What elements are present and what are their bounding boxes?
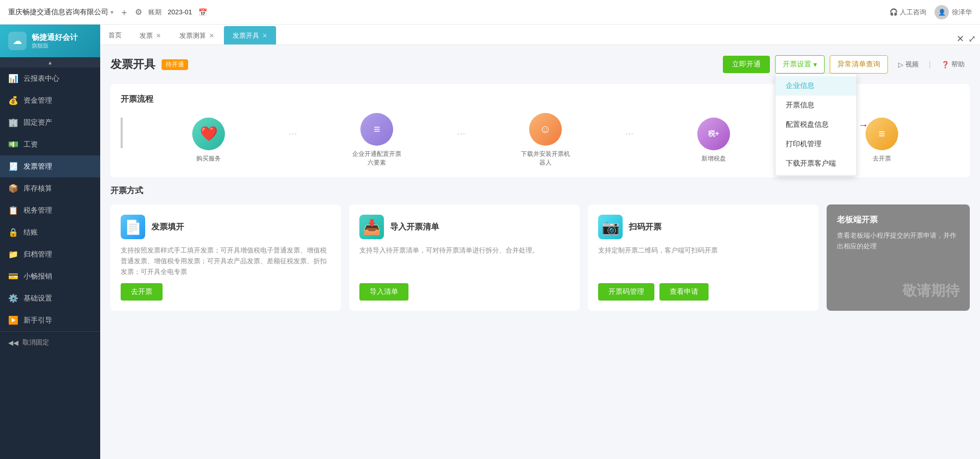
sidebar-item-label: 工资 (24, 140, 38, 149)
dropdown-item-company-info[interactable]: 企业信息 → (776, 76, 856, 96)
buy-service-icon: ❤️ (192, 118, 225, 150)
sidebar-item-label: 固定资产 (24, 118, 52, 127)
sidebar-item-inventory[interactable]: 📦 库存核算 (0, 177, 100, 199)
sidebar-item-tax[interactable]: 📋 税务管理 (0, 199, 100, 221)
tab-close-icon[interactable]: ✕ (209, 32, 214, 39)
sidebar-item-label: 云报表中心 (24, 74, 59, 83)
settings-icon[interactable]: ⚙ (135, 7, 142, 17)
method-card-fill-invoice: 📄 发票填开 支持按照发票样式手工填开发票；可开具增值税电子普通发票、增值税普通… (110, 204, 341, 311)
help-icon: ❓ (941, 61, 949, 68)
sidebar-item-label: 新手引导 (24, 316, 52, 325)
go-invoice-icon: ≡ (865, 118, 898, 150)
consult-button[interactable]: 🎧 人工咨询 (890, 8, 926, 17)
username: 徐泽华 (952, 8, 972, 17)
view-application-button[interactable]: 查看申请 (659, 283, 709, 301)
import-list-button[interactable]: 导入清单 (359, 283, 408, 301)
flow-step-config-enterprise[interactable]: ≡ 企业开通配置开票六要素 (299, 113, 454, 167)
method-card-import-list: 📥 导入开票清单 支持导入待开票清单，可对待开票清单进行拆分、合并处理。 导入清… (349, 204, 580, 311)
sidebar-item-label: 小畅报销 (24, 272, 52, 281)
flow-step-buy-service[interactable]: ❤️ 购买服务 (131, 118, 286, 163)
red-arrow-icon: → (858, 119, 869, 131)
abnormal-list-button[interactable]: 异常清单查询 (830, 55, 888, 74)
xiaochang-icon: 💳 (8, 271, 18, 281)
sidebar-item-label: 基础设置 (24, 294, 52, 303)
tab-invoice-open[interactable]: 发票开具 ✕ (224, 26, 276, 44)
sidebar-item-label: 归档管理 (24, 250, 52, 259)
headphone-icon: 🎧 (890, 8, 898, 16)
user-info[interactable]: 👤 徐泽华 (935, 5, 972, 19)
sidebar-item-label: 库存核算 (24, 184, 52, 193)
company-name[interactable]: 重庆畅捷交通信息咨询有限公司 ▾ (8, 8, 113, 17)
logo-area: ☁ 畅捷通好会计 旗舰版 (0, 25, 100, 57)
tab-bar-right: ✕ ⤢ (956, 33, 980, 44)
invoice-code-manage-button[interactable]: 开票码管理 (598, 283, 654, 301)
sidebar-item-new-guide[interactable]: ▶️ 新手引导 (0, 309, 100, 331)
sidebar-item-xiaochang[interactable]: 💳 小畅报销 (0, 265, 100, 287)
flow-step-add-taxdisk[interactable]: 税+ 新增税盘 (635, 118, 791, 163)
sidebar-item-fund[interactable]: 💰 资金管理 (0, 89, 100, 111)
import-list-title: 导入开票清单 (390, 222, 439, 233)
method-cards: 📄 发票填开 支持按照发票样式手工填开发票；可开具增值税电子普通发票、增值税普通… (110, 204, 970, 311)
avatar: 👤 (935, 5, 949, 19)
tab-label: 发票测算 (179, 31, 206, 40)
tab-invoice[interactable]: 发票 ✕ (131, 26, 170, 44)
logo-sub: 旗舰版 (32, 42, 78, 50)
logo-text-area: 畅捷通好会计 旗舰版 (32, 33, 78, 50)
content-area: 首页 发票 ✕ 发票测算 ✕ 发票开具 ✕ ✕ ⤢ 发票开具 (100, 25, 980, 459)
flow-connector-3: ··· (623, 127, 636, 139)
new-guide-icon: ▶️ (8, 315, 18, 325)
maximize-button[interactable]: ⤢ (968, 33, 976, 44)
tab-close-icon[interactable]: ✕ (262, 32, 267, 39)
sidebar-item-cloud-report[interactable]: 📊 云报表中心 (0, 67, 100, 89)
fund-icon: 💰 (8, 96, 18, 105)
cancel-fixed-icon: ◀◀ (8, 339, 18, 347)
scan-invoice-desc: 支持定制开票二维码，客户端可扫码开票 (598, 245, 808, 277)
tab-invoice-calc[interactable]: 发票测算 ✕ (171, 26, 223, 44)
calendar-icon[interactable]: 📅 (198, 8, 207, 16)
sidebar-item-salary[interactable]: 💵 工资 (0, 133, 100, 155)
dropdown-item-printer[interactable]: 打印机管理 (776, 134, 856, 154)
sidebar-item-fixed-assets[interactable]: 🏢 固定资产 (0, 111, 100, 133)
video-button[interactable]: ▷ 视频 (893, 56, 924, 73)
tab-bar: 首页 发票 ✕ 发票测算 ✕ 发票开具 ✕ ✕ ⤢ (100, 25, 980, 45)
sidebar-scroll-up[interactable]: ▲ (0, 57, 100, 67)
period-label: 账期 (148, 8, 162, 17)
settings-dropdown-menu: 企业信息 → 开票信息 配置税盘信息 打印机管理 (775, 74, 857, 176)
status-badge: 待开通 (162, 59, 188, 70)
play-icon: ▷ (898, 61, 903, 68)
cancel-fixed-label: 取消固定 (22, 338, 49, 347)
cancel-fixed-button[interactable]: ◀◀ 取消固定 (0, 331, 100, 353)
sidebar-item-label: 发票管理 (24, 162, 52, 171)
chevron-down-icon[interactable]: ▾ (110, 9, 113, 16)
settings-btn-label: 开票设置 (783, 60, 811, 69)
flow-left-bar (121, 118, 123, 148)
scan-invoice-header: 📷 扫码开票 (598, 215, 808, 239)
dropdown-item-download-client[interactable]: 下载开票客户端 (776, 154, 856, 173)
sidebar-item-basic-settings[interactable]: ⚙️ 基础设置 (0, 287, 100, 309)
dropdown-item-invoice-info[interactable]: 开票信息 (776, 96, 856, 115)
close-tab-button[interactable]: ✕ (956, 33, 964, 44)
archive-icon: 📁 (8, 249, 18, 259)
sidebar-item-settlement[interactable]: 🔒 结账 (0, 221, 100, 243)
sidebar-item-invoice[interactable]: 🧾 发票管理 (0, 155, 100, 177)
go-invoice-button[interactable]: 去开票 (121, 283, 163, 301)
dropdown-item-tax-config[interactable]: 配置税盘信息 (776, 115, 856, 134)
method-section-title: 开票方式 (110, 186, 970, 196)
sidebar-item-label: 税务管理 (24, 206, 52, 215)
method-card-scan-invoice: 📷 扫码开票 支持定制开票二维码，客户端可扫码开票 开票码管理 查看申请 (588, 204, 818, 311)
scan-invoice-title: 扫码开票 (629, 222, 662, 233)
sidebar-item-archive[interactable]: 📁 归档管理 (0, 243, 100, 265)
top-bar-right: 🎧 人工咨询 👤 徐泽华 (890, 5, 972, 19)
inventory-icon: 📦 (8, 183, 18, 193)
import-list-desc: 支持导入待开票清单，可对待开票清单进行拆分、合并处理。 (359, 245, 569, 277)
tab-home[interactable]: 首页 (100, 26, 130, 44)
tab-close-icon[interactable]: ✕ (156, 32, 161, 39)
settings-button[interactable]: 开票设置 ▾ (775, 55, 825, 74)
add-tab-button[interactable]: ＋ (120, 6, 129, 18)
help-button[interactable]: ❓ 帮助 (936, 56, 970, 73)
flow-step-download-robot[interactable]: ☺ 下载并安装开票机器人 (467, 113, 623, 167)
flow-connector-1: ··· (286, 127, 299, 139)
tab-label: 发票 (140, 31, 153, 40)
activate-button[interactable]: 立即开通 (723, 56, 770, 73)
sidebar-item-label: 结账 (24, 228, 38, 237)
